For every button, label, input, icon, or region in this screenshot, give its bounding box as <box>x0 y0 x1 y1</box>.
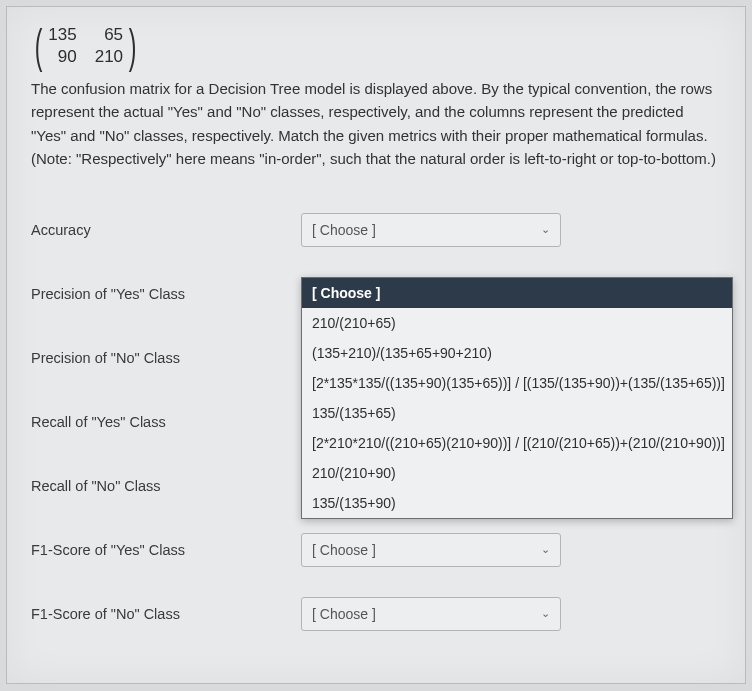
metric-row: Accuracy [ Choose ] ⌄ <box>31 200 721 258</box>
metric-label: Accuracy <box>31 222 301 238</box>
metric-row: F1-Score of "No" Class [ Choose ] ⌄ <box>31 584 721 642</box>
matrix-cell: 210 <box>95 47 123 67</box>
dropdown-option[interactable]: 210/(210+90) <box>302 458 732 488</box>
matrix-cell: 65 <box>95 25 123 45</box>
select-value: [ Choose ] <box>312 606 376 622</box>
confusion-matrix: ( 135 65 90 210 ) <box>31 25 140 67</box>
question-card: ( 135 65 90 210 ) The confusion matrix f… <box>6 6 746 684</box>
f1-no-select[interactable]: [ Choose ] ⌄ <box>301 597 561 631</box>
dropdown-option[interactable]: [2*210*210/((210+65)(210+90))] / [(210/(… <box>302 428 732 458</box>
metric-label: Precision of "Yes" Class <box>31 286 301 302</box>
f1-yes-select[interactable]: [ Choose ] ⌄ <box>301 533 561 567</box>
metric-label: Recall of "No" Class <box>31 478 301 494</box>
select-value: [ Choose ] <box>312 542 376 558</box>
right-paren: ) <box>129 26 137 66</box>
chevron-down-icon: ⌄ <box>541 223 550 236</box>
dropdown-option[interactable]: 135/(135+90) <box>302 488 732 518</box>
select-value: [ Choose ] <box>312 222 376 238</box>
metric-label: Recall of "Yes" Class <box>31 414 301 430</box>
metric-row: F1-Score of "Yes" Class [ Choose ] ⌄ <box>31 520 721 578</box>
options-dropdown[interactable]: [ Choose ] 210/(210+65) (135+210)/(135+6… <box>301 277 733 519</box>
matrix-cell: 90 <box>48 47 76 67</box>
metric-label: Precision of "No" Class <box>31 350 301 366</box>
dropdown-option[interactable]: 135/(135+65) <box>302 398 732 428</box>
matrix-grid: 135 65 90 210 <box>46 25 125 67</box>
matrix-cell: 135 <box>48 25 76 45</box>
chevron-down-icon: ⌄ <box>541 607 550 620</box>
metric-label: F1-Score of "Yes" Class <box>31 542 301 558</box>
metric-label: F1-Score of "No" Class <box>31 606 301 622</box>
left-paren: ( <box>35 26 43 66</box>
chevron-down-icon: ⌄ <box>541 543 550 556</box>
dropdown-option[interactable]: 210/(210+65) <box>302 308 732 338</box>
dropdown-option[interactable]: [ Choose ] <box>302 278 732 308</box>
accuracy-select[interactable]: [ Choose ] ⌄ <box>301 213 561 247</box>
dropdown-option[interactable]: (135+210)/(135+65+90+210) <box>302 338 732 368</box>
question-prompt: The confusion matrix for a Decision Tree… <box>31 77 721 170</box>
dropdown-option[interactable]: [2*135*135/((135+90)(135+65))] / [(135/(… <box>302 368 732 398</box>
